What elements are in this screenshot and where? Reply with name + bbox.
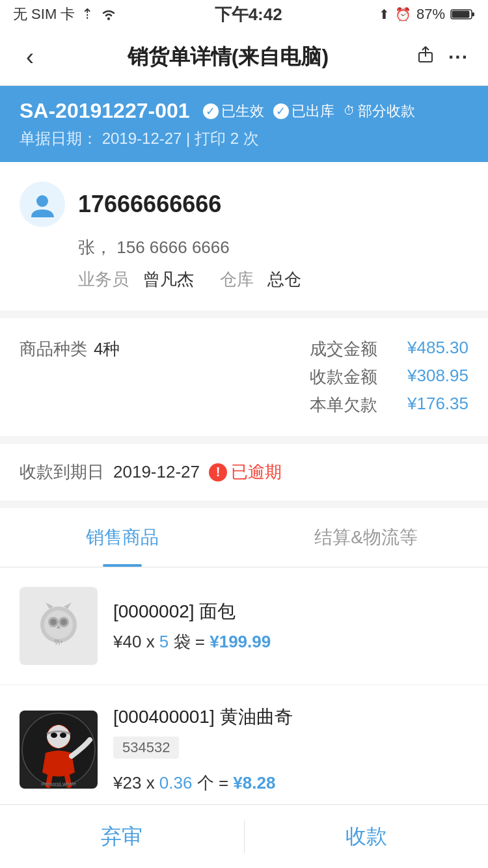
- sales-rep-meta: 业务员 曾凡杰: [78, 268, 194, 291]
- svg-text:diamond whale: diamond whale: [41, 781, 76, 787]
- status-badges: ✓ 已生效 ✓ 已出库 ⏱ 部分收款: [203, 102, 415, 121]
- location-icon: ⬆: [379, 7, 390, 22]
- svg-point-12: [61, 619, 67, 625]
- customer-section: 17666666666 张， 156 6666 6666 业务员 曾凡杰 仓库 …: [0, 162, 488, 310]
- battery-icon: [450, 8, 475, 20]
- page-title: 销货单详情(来自电脑): [128, 43, 329, 72]
- customer-main: 17666666666: [20, 182, 468, 227]
- customer-meta: 业务员 曾凡杰 仓库 总仓: [20, 268, 468, 291]
- nav-bar: ‹ 销货单详情(来自电脑) ···: [0, 29, 488, 86]
- product-batch-label: 534532: [113, 737, 179, 759]
- tab-settlement[interactable]: 结算&物流等: [244, 508, 488, 567]
- deal-amount-row: 成交金额 ¥485.30: [310, 338, 468, 360]
- status-effective: ✓ 已生效: [203, 102, 264, 121]
- alarm-icon: ⏰: [395, 7, 411, 22]
- overdue-badge: ! 已逾期: [209, 461, 282, 483]
- confirm-payment-button[interactable]: 收款: [245, 809, 489, 864]
- status-left: 无 SIM 卡 ⇡: [13, 5, 118, 24]
- cancel-button[interactable]: 弃审: [0, 809, 244, 864]
- received-amount-row: 收款金额 ¥308.95: [310, 366, 468, 388]
- current-time: 下午4:42: [215, 3, 282, 26]
- wifi-icon: ⇡: [81, 6, 93, 23]
- product-info-2: [000400001] 黄油曲奇 534532 ¥23 x 0.36 个 = ¥…: [113, 705, 468, 794]
- order-header: SA-20191227-001 ✓ 已生效 ✓ 已出库 ⏱ 部分收款 单据日期：…: [0, 86, 488, 162]
- product-name-1: [0000002] 面包: [113, 599, 468, 624]
- check-icon-2: ✓: [273, 103, 289, 119]
- product-price-1: ¥40 x 5 袋 = ¥199.99: [113, 631, 468, 653]
- svg-point-11: [50, 619, 57, 625]
- product-name-2: [000400001] 黄油曲奇: [113, 705, 468, 729]
- sim-status: 无 SIM 卡: [13, 5, 75, 24]
- overdue-warning-icon: !: [209, 463, 227, 481]
- product-thumbnail-1: 鸮+: [20, 587, 98, 665]
- status-shipped: ✓ 已出库: [273, 102, 334, 121]
- svg-point-21: [60, 733, 66, 738]
- tab-sales-goods[interactable]: 销售商品: [0, 508, 244, 567]
- status-partial: ⏱ 部分收款: [344, 102, 415, 121]
- product-info-1: [0000002] 面包 ¥40 x 5 袋 = ¥199.99: [113, 599, 468, 653]
- product-price-2: ¥23 x 0.36 个 = ¥8.28: [113, 772, 468, 794]
- svg-rect-3: [452, 11, 470, 18]
- nav-actions: ···: [416, 45, 468, 69]
- warehouse-meta: 仓库 总仓: [220, 268, 302, 291]
- product-thumbnail-2: diamond whale: [20, 711, 98, 789]
- customer-info: 张， 156 6666 6666: [20, 236, 468, 259]
- battery-level: 87%: [416, 6, 445, 23]
- product-item-2: diamond whale [000400001] 黄油曲奇 534532 ¥2…: [0, 685, 488, 815]
- svg-rect-2: [472, 12, 474, 16]
- order-id: SA-20191227-001: [20, 99, 190, 123]
- clock-icon: ⏱: [344, 104, 355, 118]
- svg-text:鸮+: 鸮+: [54, 639, 63, 645]
- back-button[interactable]: ‹: [20, 37, 40, 77]
- goods-type: 商品种类 4种: [20, 338, 120, 360]
- order-date: 单据日期： 2019-12-27 | 打印 2 次: [20, 128, 468, 149]
- due-section: 收款到期日 2019-12-27 ! 已逾期: [0, 444, 488, 500]
- share-icon[interactable]: [416, 45, 435, 69]
- status-bar: 无 SIM 卡 ⇡ 下午4:42 ⬆ ⏰ 87%: [0, 0, 488, 29]
- svg-point-20: [51, 733, 57, 738]
- status-right: ⬆ ⏰ 87%: [379, 6, 475, 23]
- bottom-bar: 弃审 收款: [0, 804, 488, 868]
- debt-amount-row: 本单欠款 ¥176.35: [310, 394, 468, 416]
- svg-point-6: [36, 195, 48, 207]
- amount-summary: 成交金额 ¥485.30 收款金额 ¥308.95 本单欠款 ¥176.35: [310, 338, 468, 416]
- more-icon[interactable]: ···: [448, 46, 468, 68]
- check-icon: ✓: [203, 103, 219, 119]
- summary-section: 商品种类 4种 成交金额 ¥485.30 收款金额 ¥308.95 本单欠款 ¥…: [0, 318, 488, 436]
- product-item: 鸮+ [0000002] 面包 ¥40 x 5 袋 = ¥199.99: [0, 567, 488, 685]
- svg-point-0: [107, 18, 110, 20]
- avatar: [20, 182, 65, 227]
- tabs: 销售商品 结算&物流等: [0, 508, 488, 567]
- wifi-signal-icon: [100, 8, 118, 21]
- customer-phone: 17666666666: [78, 191, 221, 218]
